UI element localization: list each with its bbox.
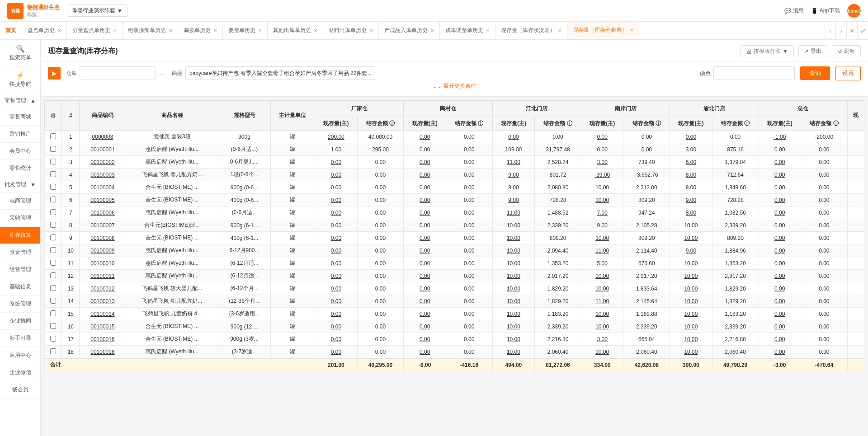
btn-export[interactable]: ↗ 导出 [798, 45, 827, 57]
cell-factory-qty[interactable]: 0.00 [315, 295, 357, 308]
cell-yubei-qty[interactable]: 10.00 [670, 333, 712, 346]
cell-code[interactable]: 00100004 [80, 181, 126, 194]
tab-close-yaohuo[interactable]: ✕ [258, 28, 262, 33]
sidebar-item-finance[interactable]: 资金管理 [0, 244, 40, 261]
cell-nanan-qty[interactable]: 5.00 [581, 257, 623, 270]
cell-nanan-qty[interactable]: 0.00 [581, 131, 623, 143]
cell-factory-qty[interactable]: 0.00 [315, 282, 357, 295]
tab-zuhe[interactable]: 组装拆卸单历史 ✕ [123, 22, 178, 40]
tab-pandian[interactable]: 盘点单历史 ✕ [22, 22, 67, 40]
tab-tiaobo[interactable]: 调拨单历史 ✕ [178, 22, 223, 40]
cell-taocun-qty[interactable]: 0.00 [404, 194, 446, 206]
cell-jiangbei-qty[interactable]: 10.00 [492, 257, 534, 270]
cell-taocun-qty[interactable]: 0.00 [404, 333, 446, 346]
cell-jiangbei-qty[interactable]: 9.00 [492, 169, 534, 181]
cell-taocun-qty[interactable]: 0.00 [404, 295, 446, 308]
cell-jiangbei-qty[interactable]: 10.00 [492, 270, 534, 282]
tab-cailiao[interactable]: 材料出库单历史 ✕ [323, 22, 379, 40]
tab-fenpandian[interactable]: 分量盘点单历史 ✕ [67, 22, 123, 40]
cell-check[interactable] [45, 232, 62, 244]
tab-home[interactable]: 首页 [0, 22, 22, 40]
cell-jiangbei-qty[interactable]: 10.00 [492, 308, 534, 320]
sidebar-item-ecommerce[interactable]: 电商管理 [0, 192, 40, 210]
th-settings[interactable]: ⚙ [45, 101, 62, 131]
color-input[interactable] [713, 66, 795, 80]
cell-check[interactable] [45, 320, 62, 333]
cell-total-qty[interactable]: 0.00 [759, 143, 801, 156]
cell-taocun-qty[interactable]: 0.00 [404, 131, 446, 143]
cell-jiangbei-qty[interactable]: 10.00 [492, 333, 534, 346]
cell-nanan-qty[interactable]: -39.00 [581, 169, 623, 181]
cell-code[interactable]: 00100015 [80, 320, 126, 333]
cell-check[interactable] [45, 131, 62, 143]
sidebar-item-appstore[interactable]: 应用中心 [0, 347, 40, 364]
cell-nanan-qty[interactable]: 7.00 [581, 206, 623, 219]
warehouse-input[interactable] [80, 66, 156, 80]
cell-nanan-qty[interactable]: 9.00 [581, 219, 623, 232]
cell-nanan-qty[interactable]: 10.00 [581, 320, 623, 333]
cell-nanan-qty[interactable]: 10.00 [581, 270, 623, 282]
cell-check[interactable] [45, 270, 62, 282]
cell-check[interactable] [45, 181, 62, 194]
cell-total-qty[interactable]: 0.00 [759, 206, 801, 219]
tab-chengben[interactable]: 成本调整单历史 ✕ [440, 22, 495, 40]
sidebar-item-retailstat[interactable]: 零售统计 [0, 160, 40, 177]
cell-total-qty[interactable]: 0.00 [759, 181, 801, 194]
cell-code[interactable]: 00100012 [80, 282, 126, 295]
filter-collapse-btn[interactable]: ▶ [48, 67, 61, 80]
tab-close-xiancun-fen[interactable]: ✕ [630, 28, 633, 33]
btn-refresh[interactable]: ↺ 刷新 [832, 45, 861, 57]
dropdown-org[interactable]: 母婴行业演示陈套 ▼ [67, 5, 127, 17]
cell-jiangbei-qty[interactable]: 10.00 [492, 295, 534, 308]
cell-total-qty[interactable]: 0.00 [759, 244, 801, 257]
cell-check[interactable] [45, 257, 62, 270]
cell-yubei-qty[interactable]: 6.00 [670, 156, 712, 169]
sidebar-item-marketing[interactable]: 营销推广 [0, 126, 40, 143]
cell-check[interactable] [45, 156, 62, 169]
cell-taocun-qty[interactable]: 0.00 [404, 143, 446, 156]
cell-factory-qty[interactable]: 0.00 [315, 270, 357, 282]
cell-nanan-qty[interactable]: 10.00 [581, 282, 623, 295]
cell-yubei-qty[interactable]: 0.00 [670, 131, 712, 143]
sidebar-item-quicknav[interactable]: ⚡ 快捷导航 [0, 66, 40, 93]
sidebar-item-purchase[interactable]: 采购管理 [0, 210, 40, 227]
cell-yubei-qty[interactable]: 8.00 [670, 206, 712, 219]
cell-factory-qty[interactable]: 0.00 [315, 333, 357, 346]
sidebar-item-shop[interactable]: 零售商城 [0, 108, 40, 126]
cell-jiangbei-qty[interactable]: 9.00 [492, 181, 534, 194]
cell-jiangbei-qty[interactable]: 10.00 [492, 320, 534, 333]
cell-factory-qty[interactable]: 0.00 [315, 320, 357, 333]
cell-nanan-qty[interactable]: 3.00 [581, 156, 623, 169]
cell-total-qty[interactable]: 0.00 [759, 308, 801, 320]
goods-input[interactable] [185, 66, 375, 80]
tab-close-qita[interactable]: ✕ [314, 28, 317, 33]
cell-factory-qty[interactable]: 0.00 [315, 232, 357, 244]
cell-total-qty[interactable]: 0.00 [759, 219, 801, 232]
cell-check[interactable] [45, 308, 62, 320]
cell-total-qty[interactable]: 0.00 [759, 333, 801, 346]
user-avatar[interactable]: demo2 [847, 4, 861, 18]
cell-taocun-qty[interactable]: 0.00 [404, 257, 446, 270]
cell-factory-qty[interactable]: 0.00 [315, 169, 357, 181]
tab-close-chanpin[interactable]: ✕ [430, 28, 434, 33]
cell-code[interactable]: 00100002 [80, 156, 126, 169]
cell-nanan-qty[interactable]: 10.00 [581, 232, 623, 244]
cell-code[interactable]: 0000003 [80, 131, 126, 143]
sidebar-item-basic[interactable]: 基础信息 [0, 278, 40, 295]
cell-total-qty[interactable]: 0.00 [759, 282, 801, 295]
cell-jiangbei-qty[interactable]: 9.00 [492, 194, 534, 206]
cell-taocun-qty[interactable]: 0.00 [404, 206, 446, 219]
cell-jiangbei-qty[interactable]: 10.00 [492, 219, 534, 232]
cell-yubei-qty[interactable]: 10.00 [670, 270, 712, 282]
tab-close-xiancun-kuang[interactable]: ✕ [558, 28, 561, 33]
cell-jiangbei-qty[interactable]: 11.00 [492, 156, 534, 169]
cell-code[interactable]: 00100013 [80, 295, 126, 308]
cell-jiangbei-qty[interactable]: 10.00 [492, 244, 534, 257]
cell-taocun-qty[interactable]: 0.00 [404, 169, 446, 181]
cell-total-qty[interactable]: 0.00 [759, 270, 801, 282]
tab-close-zuhe[interactable]: ✕ [169, 28, 172, 33]
tab-close-pandian[interactable]: ✕ [57, 28, 61, 33]
cell-yubei-qty[interactable]: 10.00 [670, 308, 712, 320]
btn-setting[interactable]: 设置 [835, 66, 861, 80]
tab-xiancun-kuang[interactable]: 现存量（库存状况表） ✕ [495, 22, 567, 40]
